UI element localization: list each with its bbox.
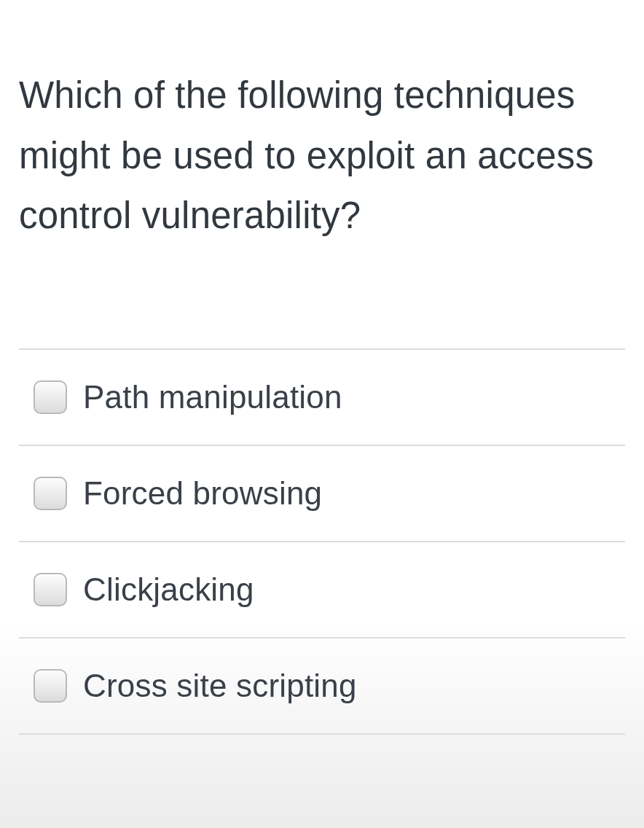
option-row[interactable]: Cross site scripting [19,638,625,735]
option-label: Path manipulation [83,379,342,415]
checkbox-icon[interactable] [34,573,67,606]
option-row[interactable]: Clickjacking [19,542,625,638]
option-row[interactable]: Path manipulation [19,350,625,446]
checkbox-icon[interactable] [34,669,67,703]
question-text: Which of the following techniques might … [19,66,625,246]
option-label: Forced browsing [83,475,322,512]
option-label: Cross site scripting [83,668,357,704]
checkbox-icon[interactable] [34,380,67,414]
checkbox-icon[interactable] [34,477,67,510]
option-label: Clickjacking [83,571,254,608]
option-row[interactable]: Forced browsing [19,446,625,542]
options-list: Path manipulation Forced browsing Clickj… [19,348,625,735]
